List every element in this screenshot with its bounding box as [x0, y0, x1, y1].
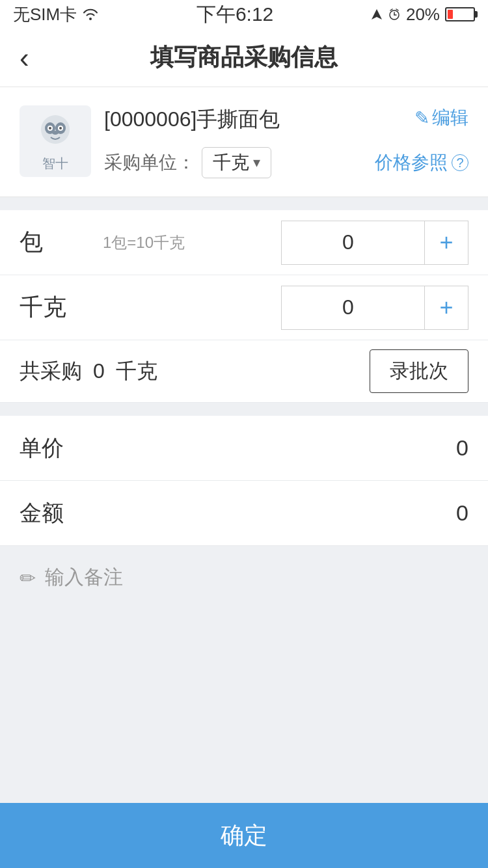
price-ref-label: 价格参照 [375, 150, 448, 175]
amount-label: 金额 [20, 498, 64, 528]
product-header: [0000006]手撕面包 ✎ 编辑 [104, 105, 468, 134]
price-amount-section: 单价 0 金额 0 [0, 416, 488, 546]
product-name: [0000006]手撕面包 [104, 105, 414, 134]
unit-select[interactable]: 千克 ▾ [202, 147, 271, 178]
status-right: 20% [371, 5, 475, 25]
help-icon: ? [452, 154, 468, 171]
product-info: [0000006]手撕面包 ✎ 编辑 采购单位： 千克 ▾ 价格参照 ? [104, 105, 468, 178]
price-value: 0 [456, 435, 468, 461]
status-left: 无SIM卡 [13, 3, 99, 26]
bao-input-row: 包 1包=10千克 + [0, 210, 488, 275]
status-time: 下午6:12 [197, 1, 273, 28]
svg-point-12 [59, 127, 62, 129]
amount-row: 金额 0 [0, 481, 488, 546]
brand-logo-image [33, 110, 78, 156]
battery-percent: 20% [406, 5, 440, 25]
edit-button[interactable]: ✎ 编辑 [414, 105, 468, 130]
product-card: 智十 [0000006]手撕面包 ✎ 编辑 采购单位： 千克 ▾ 价格参照 ? [0, 87, 488, 197]
back-button[interactable]: ‹ [20, 42, 29, 74]
kg-qty-input[interactable] [281, 286, 424, 330]
svg-line-5 [396, 9, 398, 10]
total-prefix: 共采购 [20, 359, 82, 383]
total-unit: 千克 [116, 359, 157, 383]
alarm-icon [388, 8, 401, 21]
nav-bar: ‹ 填写商品采购信息 [0, 29, 488, 87]
plus-icon-2: + [439, 294, 453, 321]
unit-label: 采购单位： [104, 150, 195, 175]
svg-point-11 [49, 127, 51, 129]
price-label: 单价 [20, 433, 64, 463]
kg-input-row: 千克 + [0, 275, 488, 340]
location-icon [371, 8, 383, 20]
batch-label: 录批次 [390, 360, 448, 381]
section-divider-1 [0, 197, 488, 210]
confirm-label: 确定 [221, 820, 267, 852]
kg-qty-control: + [281, 286, 468, 330]
total-row: 共采购 0 千克 录批次 [0, 340, 488, 403]
confirm-button[interactable]: 确定 [0, 803, 488, 868]
battery-icon [445, 7, 475, 21]
edit-label: 编辑 [432, 105, 468, 130]
confirm-btn-wrapper: 确定 [0, 803, 488, 868]
product-unit-row: 采购单位： 千克 ▾ 价格参照 ? [104, 147, 468, 178]
remark-placeholder[interactable]: 输入备注 [45, 564, 123, 591]
unit-value: 千克 [213, 150, 249, 175]
page-title: 填写商品采购信息 [150, 42, 338, 74]
chevron-down-icon: ▾ [253, 154, 260, 171]
edit-icon: ✎ [414, 107, 429, 129]
status-bar: 无SIM卡 下午6:12 20% [0, 0, 488, 29]
bao-qty-control: + [281, 221, 468, 265]
product-logo: 智十 [20, 105, 91, 177]
bao-label: 包 [20, 226, 98, 258]
svg-point-13 [52, 131, 59, 135]
price-ref-button[interactable]: 价格参照 ? [375, 150, 468, 175]
price-row: 单价 0 [0, 416, 488, 481]
remark-section: ✏ 输入备注 [0, 546, 488, 624]
logo-text: 智十 [33, 155, 78, 172]
bao-sublabel: 1包=10千克 [103, 232, 185, 253]
carrier-text: 无SIM卡 [13, 3, 77, 26]
total-summary: 共采购 0 千克 [20, 357, 157, 386]
section-divider-2 [0, 403, 488, 416]
svg-line-4 [390, 9, 392, 10]
amount-value: 0 [456, 500, 468, 526]
kg-plus-button[interactable]: + [424, 286, 468, 330]
footer-spacer [0, 624, 488, 819]
plus-icon: + [439, 229, 453, 256]
batch-button[interactable]: 录批次 [370, 349, 468, 393]
bao-qty-input[interactable] [281, 221, 424, 265]
bao-plus-button[interactable]: + [424, 221, 468, 265]
kg-label: 千克 [20, 292, 98, 323]
input-section: 包 1包=10千克 + 千克 + [0, 210, 488, 340]
pencil-icon: ✏ [20, 567, 36, 590]
unit-selector-group: 采购单位： 千克 ▾ [104, 147, 271, 178]
svg-marker-0 [372, 9, 382, 20]
wifi-icon [82, 8, 99, 21]
total-value: 0 [93, 359, 105, 383]
